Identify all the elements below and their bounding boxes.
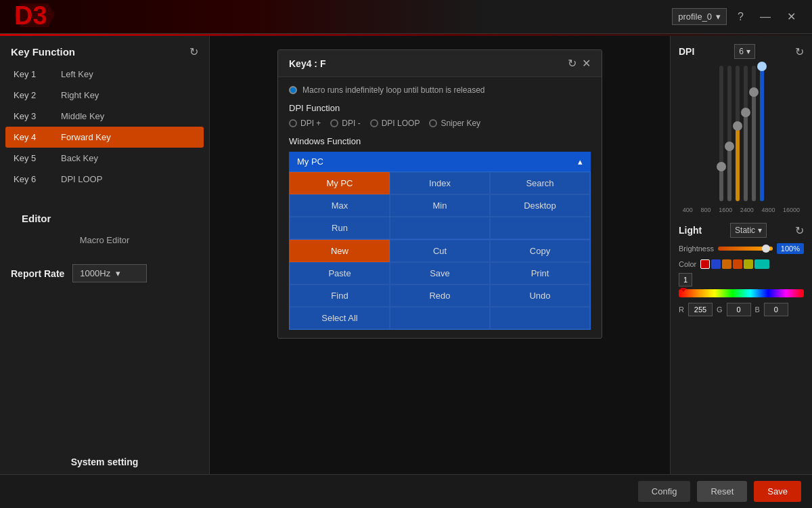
light-mode-value: Static: [735, 226, 755, 235]
light-refresh-button[interactable]: ↻: [795, 224, 804, 237]
dpi-slider-2[interactable]: [727, 66, 731, 201]
key-row-4[interactable]: Key 4 Forward Key: [5, 127, 204, 148]
b-input[interactable]: [764, 303, 788, 316]
dpi-function-section: DPI Function DPI + DPI - DPI LOOP: [289, 103, 591, 128]
dpi-loop-radio: [370, 119, 378, 127]
macro-loop-radio[interactable]: [289, 86, 297, 94]
dropdown-item-mypc[interactable]: My PC: [290, 172, 390, 194]
modal-refresh-button[interactable]: ↻: [568, 57, 577, 70]
key-row-2[interactable]: Key 2 Right Key: [5, 85, 204, 106]
macro-editor-button[interactable]: Macro Editor: [11, 230, 198, 251]
dpi-loop-option[interactable]: DPI LOOP: [370, 119, 420, 128]
color-swatch-1[interactable]: [700, 259, 710, 269]
color-index[interactable]: 1: [679, 273, 692, 287]
dropdown-container: My PC ▴ My PC Index Search Max Min: [289, 152, 591, 330]
modal-overlay: Key4 : F ↻ ✕ Macro runs indefinitely loo…: [210, 36, 670, 474]
color-swatch-3[interactable]: [722, 259, 731, 269]
dropdown-item-max[interactable]: Max: [290, 194, 390, 217]
reset-button[interactable]: Reset: [697, 481, 747, 502]
save-button[interactable]: Save: [754, 481, 801, 502]
color-gradient-bar[interactable]: [679, 289, 804, 297]
close-button[interactable]: ✕: [782, 9, 801, 25]
dpi-slider-1[interactable]: [719, 66, 723, 201]
dropdown-item-undo[interactable]: Undo: [490, 284, 590, 307]
modal-body: Macro runs indefinitely loop until butto…: [278, 77, 602, 338]
key-3-value: Middle Key: [61, 111, 104, 121]
dpi-sliders: [679, 66, 804, 201]
dpi-val-1: 400: [683, 207, 693, 213]
dropdown-item-copy[interactable]: Copy: [490, 240, 590, 262]
editor-section-header: Editor: [11, 203, 198, 230]
key-row-5[interactable]: Key 5 Back Key: [5, 148, 204, 169]
dpi-slider-3[interactable]: [736, 66, 740, 201]
key-row-1[interactable]: Key 1 Left Key: [5, 64, 204, 85]
dpi-slider-5[interactable]: [752, 66, 756, 201]
key-row-3[interactable]: Key 3 Middle Key: [5, 106, 204, 127]
dropdown-item-find[interactable]: Find: [290, 284, 390, 307]
dpi-slider-4[interactable]: [744, 66, 748, 201]
key-function-refresh-button[interactable]: ↻: [189, 45, 198, 58]
dropdown-item-run[interactable]: Run: [290, 217, 390, 239]
dpi-function-title: DPI Function: [289, 103, 591, 113]
key-4-value: Forward Key: [61, 132, 111, 142]
dropdown-row-3: Run: [290, 217, 590, 239]
modal-close-button[interactable]: ✕: [582, 57, 591, 70]
dropdown-header[interactable]: My PC ▴: [289, 152, 591, 171]
minimize-button[interactable]: —: [754, 9, 776, 25]
report-rate-select[interactable]: 1000Hz ▾: [72, 264, 147, 282]
dropdown-item-desktop[interactable]: Desktop: [490, 194, 590, 217]
dropdown-item-save[interactable]: Save: [390, 262, 490, 284]
dropdown-item-redo[interactable]: Redo: [390, 284, 490, 307]
dropdown-row-1: My PC Index Search: [290, 172, 590, 194]
key-5-name: Key 5: [14, 153, 47, 163]
dropdown-item-index[interactable]: Index: [390, 172, 490, 194]
dpi-plus-option[interactable]: DPI +: [289, 119, 321, 128]
light-mode-select[interactable]: Static ▾: [730, 223, 767, 238]
color-swatch-4[interactable]: [733, 259, 742, 269]
b-label: B: [755, 305, 760, 314]
dropdown-item-print[interactable]: Print: [490, 262, 590, 284]
logo: D3: [11, 0, 58, 33]
config-button[interactable]: Config: [638, 481, 691, 502]
dpi-refresh-button[interactable]: ↻: [795, 45, 804, 58]
system-setting-button[interactable]: System setting: [71, 457, 139, 467]
r-input[interactable]: [688, 303, 713, 316]
g-input[interactable]: [727, 303, 751, 316]
light-label: Light: [679, 225, 702, 236]
dropdown-item-min[interactable]: Min: [390, 194, 490, 217]
key-row-6[interactable]: Key 6 DPI LOOP: [5, 169, 204, 190]
dropdown-item-cut[interactable]: Cut: [390, 240, 490, 262]
report-rate-label: Report Rate: [11, 268, 64, 279]
dropdown-item-selectall[interactable]: Select All: [290, 307, 390, 329]
color-swatch-2[interactable]: [711, 259, 721, 269]
dpi-val-2: 800: [700, 207, 710, 213]
color-label: Color: [679, 260, 696, 268]
chevron-down-icon: ▾: [116, 268, 120, 278]
dpi-plus-label: DPI +: [300, 119, 321, 128]
help-button[interactable]: ?: [732, 9, 749, 25]
color-swatch-6[interactable]: [754, 259, 769, 269]
dropdown-item-new[interactable]: New: [290, 240, 390, 262]
dpi-sniper-label: Sniper Key: [441, 119, 480, 128]
dpi-val-3: 1600: [719, 207, 732, 213]
dpi-minus-option[interactable]: DPI -: [330, 119, 360, 128]
profile-selector[interactable]: profile_0 ▾: [672, 8, 727, 25]
dpi-sniper-option[interactable]: Sniper Key: [429, 119, 480, 128]
key-2-value: Right Key: [61, 90, 99, 100]
color-swatches: [700, 259, 769, 269]
dpi-slider-6[interactable]: [760, 66, 764, 201]
key-4-name: Key 4: [14, 132, 47, 142]
dropdown-item-search[interactable]: Search: [490, 172, 590, 194]
modal-header: Key4 : F ↻ ✕: [278, 50, 602, 77]
dropdown-row-6: Find Redo Undo: [290, 284, 590, 307]
dpi-val-5: 4800: [761, 207, 775, 213]
dropdown-item-paste[interactable]: Paste: [290, 262, 390, 284]
svg-text:D3: D3: [14, 1, 47, 30]
profile-name: profile_0: [678, 12, 712, 22]
dpi-count-select[interactable]: 6 ▾: [734, 44, 755, 59]
dpi-val-4: 2400: [740, 207, 754, 213]
sidebar: Key Function ↻ Key 1 Left Key Key 2 Righ…: [0, 36, 210, 508]
r-label: R: [679, 305, 684, 314]
color-swatch-5[interactable]: [744, 259, 753, 269]
brightness-slider[interactable]: [718, 247, 773, 251]
